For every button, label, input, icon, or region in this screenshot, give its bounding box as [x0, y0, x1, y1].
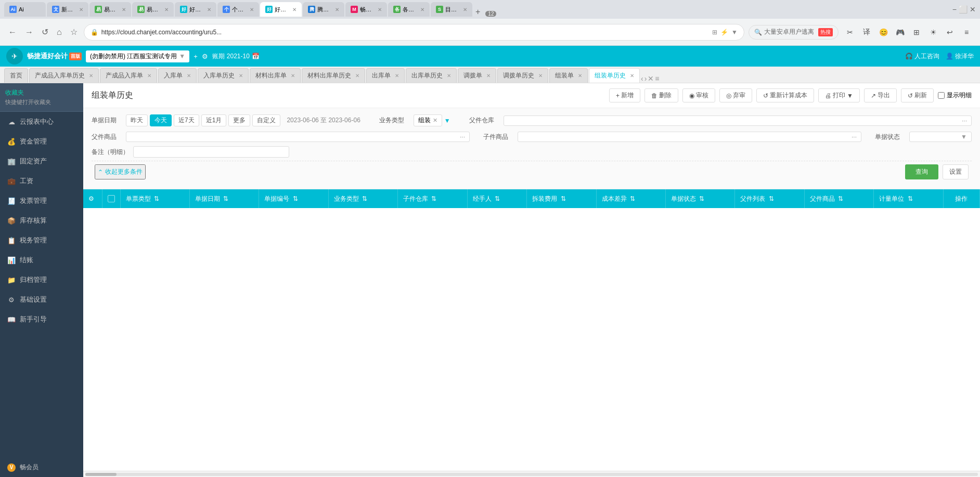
- sort-parent-goods[interactable]: ⇅: [838, 196, 843, 202]
- scrollbar-thumb[interactable]: [85, 473, 117, 476]
- nav-close-all[interactable]: ✕: [648, 74, 654, 83]
- calendar-icon[interactable]: 📅: [252, 53, 260, 60]
- nav-tab-3-close[interactable]: ✕: [187, 73, 191, 79]
- nav-tab-1-close[interactable]: ✕: [89, 73, 93, 79]
- nav-tab-4[interactable]: 入库单历史 ✕: [198, 68, 249, 83]
- browser-tab-1[interactable]: 文 新… ✕: [47, 2, 88, 17]
- reload-button[interactable]: ↺: [40, 25, 50, 39]
- sort-parent-list[interactable]: ⇅: [769, 196, 774, 202]
- print-button[interactable]: 🖨 打印 ▼: [818, 88, 860, 102]
- sidebar-item-reports[interactable]: ☁ 云报表中心: [0, 112, 83, 132]
- date-more-btn[interactable]: 更多: [228, 114, 250, 126]
- close-btn[interactable]: ✕: [970, 5, 976, 14]
- browser-tab-6[interactable]: 腾 腾… ✕: [303, 2, 344, 17]
- maximize-btn[interactable]: ⬜: [959, 5, 968, 14]
- biz-type-tag-close[interactable]: ✕: [433, 117, 437, 124]
- tab-close-4[interactable]: ✕: [207, 7, 211, 12]
- query-button[interactable]: 查询: [905, 164, 938, 179]
- bottom-scrollbar[interactable]: [83, 471, 980, 477]
- nav-left-arrow[interactable]: ‹: [641, 74, 643, 83]
- address-dropdown-icon[interactable]: ▼: [731, 29, 738, 36]
- col-checkbox[interactable]: [102, 189, 120, 208]
- tab-close-5[interactable]: ✕: [250, 7, 254, 12]
- new-tab-button[interactable]: +: [473, 7, 482, 17]
- new-button[interactable]: + 新增: [609, 88, 640, 102]
- show-detail-checkbox[interactable]: 显示明细: [938, 91, 972, 100]
- human-service[interactable]: 🎧 人工咨询: [905, 52, 939, 61]
- table-settings-icon[interactable]: ⚙: [88, 195, 94, 202]
- col-biz-type[interactable]: 业务类型 ⇅: [328, 189, 397, 208]
- sort-bill-date[interactable]: ⇅: [223, 196, 228, 202]
- recalculate-button[interactable]: ↺ 重新计算成本: [756, 88, 814, 102]
- menu-icon[interactable]: ≡: [959, 25, 974, 40]
- browser-tab-8[interactable]: 各 各… ✕: [388, 2, 430, 17]
- nav-tab-3[interactable]: 入库单 ✕: [158, 68, 197, 83]
- col-parent-list[interactable]: 父件列表 ⇅: [735, 189, 804, 208]
- sort-biz-type[interactable]: ⇅: [362, 196, 367, 202]
- sidebar-item-inventory[interactable]: 📦 库存核算: [0, 211, 83, 230]
- bill-status-dropdown-icon[interactable]: ▼: [961, 133, 967, 140]
- nav-tab-12-active[interactable]: 组装单历史 ✕: [589, 68, 640, 83]
- col-bill-status[interactable]: 单据状态 ⇅: [665, 189, 734, 208]
- browser-tab-3[interactable]: 易 易… ✕: [132, 2, 174, 17]
- sidebar-item-assets[interactable]: 🏢 固定资产: [0, 151, 83, 171]
- settings-button[interactable]: ⚙: [202, 53, 208, 60]
- nav-tab-7[interactable]: 出库单 ✕: [366, 68, 405, 83]
- col-settings[interactable]: ⚙: [83, 189, 102, 208]
- parent-goods-select[interactable]: ···: [126, 132, 470, 142]
- browser-tab-2[interactable]: 易 易… ✕: [89, 2, 131, 17]
- browser-tab-7[interactable]: M 畅… ✕: [345, 2, 387, 17]
- bookmark-button[interactable]: ☆: [68, 25, 80, 39]
- sidebar-item-closing[interactable]: 📊 结账: [0, 250, 83, 270]
- company-selector[interactable]: (勿删勿禁用) 江西服宝测试专用 ▼: [86, 50, 189, 62]
- tab-close-1[interactable]: ✕: [79, 7, 83, 12]
- sort-disassembly-fee[interactable]: ⇅: [561, 196, 566, 202]
- nav-tab-11-close[interactable]: ✕: [578, 73, 582, 79]
- emoji-icon[interactable]: 😊: [876, 25, 891, 40]
- minimize-btn[interactable]: −: [952, 5, 957, 14]
- sort-cost-diff[interactable]: ⇅: [630, 196, 635, 202]
- scissors-icon[interactable]: ✂: [843, 25, 857, 40]
- nav-tab-5-close[interactable]: ✕: [291, 73, 295, 79]
- parent-warehouse-more-icon[interactable]: ···: [962, 117, 967, 124]
- sidebar-item-tax[interactable]: 📋 税务管理: [0, 230, 83, 250]
- date-yesterday-btn[interactable]: 昨天: [126, 114, 148, 126]
- biz-type-dropdown-icon[interactable]: ▼: [444, 117, 450, 124]
- tab-close-active[interactable]: ✕: [292, 7, 296, 12]
- nav-tab-10[interactable]: 调拨单历史 ✕: [497, 68, 548, 83]
- col-bill-no[interactable]: 单据编号 ⇅: [259, 189, 328, 208]
- game-icon[interactable]: 🎮: [893, 25, 907, 40]
- nav-tab-6[interactable]: 材料出库单历史 ✕: [302, 68, 365, 83]
- export-button[interactable]: ↗ 导出: [864, 88, 897, 102]
- address-bar[interactable]: 🔒 https://cloud.chanjet.com/accounting/u…: [84, 24, 744, 41]
- sidebar-vip[interactable]: V 畅会员: [0, 458, 83, 477]
- nav-tab-12-close[interactable]: ✕: [630, 73, 634, 79]
- nav-tab-2-close[interactable]: ✕: [147, 73, 151, 79]
- grid-icon[interactable]: ⊞: [909, 25, 924, 40]
- forward-button[interactable]: →: [23, 25, 35, 39]
- tab-close-8[interactable]: ✕: [420, 7, 424, 12]
- sort-bill-type[interactable]: ⇅: [154, 196, 159, 202]
- parent-warehouse-select[interactable]: ···: [504, 115, 972, 126]
- nav-tab-9-close[interactable]: ✕: [486, 73, 491, 79]
- theme-icon[interactable]: ☀: [926, 25, 940, 40]
- browser-tab-5[interactable]: 个 个… ✕: [217, 2, 259, 17]
- tab-close-2[interactable]: ✕: [122, 7, 126, 12]
- nav-tab-2[interactable]: 产成品入库单 ✕: [100, 68, 157, 83]
- col-child-warehouse[interactable]: 子件仓库 ⇅: [398, 189, 467, 208]
- nav-tab-6-close[interactable]: ✕: [355, 73, 359, 79]
- home-button[interactable]: ⌂: [55, 25, 64, 39]
- sort-handler[interactable]: ⇅: [495, 196, 500, 202]
- audit-button[interactable]: ◉ 审核: [682, 88, 715, 102]
- nav-tab-5[interactable]: 材料出库单 ✕: [250, 68, 301, 83]
- date-today-btn[interactable]: 今天: [150, 114, 172, 126]
- browser-search-box[interactable]: 🔍 大量安卓用户逃离 热搜: [749, 25, 839, 40]
- nav-tab-11[interactable]: 组装单 ✕: [549, 68, 588, 83]
- nav-tab-7-close[interactable]: ✕: [395, 73, 399, 79]
- sidebar-item-archive[interactable]: 📁 归档管理: [0, 270, 83, 290]
- sidebar-item-settings[interactable]: ⚙ 基础设置: [0, 290, 83, 310]
- nav-tab-4-close[interactable]: ✕: [239, 73, 243, 79]
- browser-tab-ai[interactable]: Ai Ai: [4, 2, 46, 17]
- col-unit[interactable]: 计量单位 ⇅: [874, 189, 943, 208]
- select-all-checkbox[interactable]: [108, 195, 115, 202]
